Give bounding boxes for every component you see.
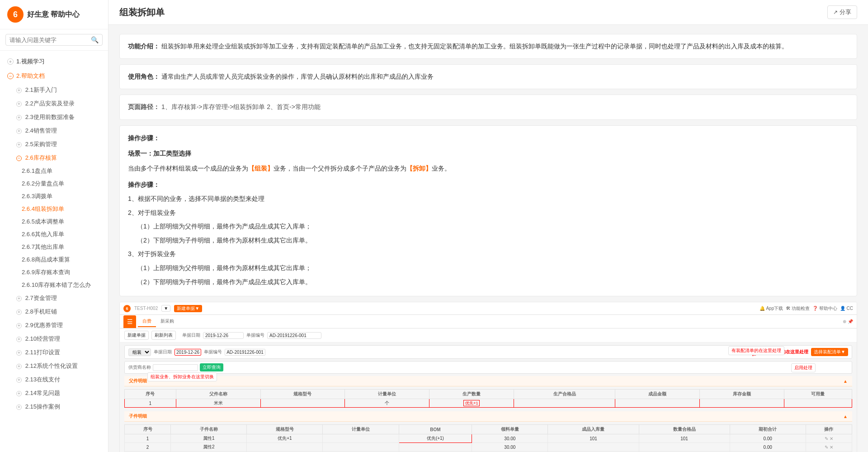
mock-parent-table: 序号 父件名称 规格型号 计量单位 生产数量 生产合格品 成品金额 库存金额 可… — [124, 389, 852, 408]
col-spec: 规格型号 — [260, 390, 345, 399]
sidebar-item-data-prep[interactable]: + 2.3使用前数据准备 — [16, 110, 108, 124]
mock-tab-purchase[interactable]: 新采购 — [156, 316, 179, 327]
mock-no-box[interactable]: AD-20191226-001 — [225, 349, 265, 356]
mock-btn-new[interactable]: 新建单据 — [124, 331, 149, 340]
share-button[interactable]: ↗ 分享 — [827, 5, 857, 19]
mock-no-field[interactable]: AD-20191226-001 — [267, 332, 321, 339]
scenario1-title: 场景一：加工类型选择 — [128, 147, 849, 160]
main-area: 组装拆卸单 ↗ 分享 功能介绍： 组装拆卸单用来处理企业组装或拆卸等加工业务，支… — [108, 0, 868, 452]
plus-icon-214: + — [16, 391, 22, 396]
mock-child-table: 序号 子件名称 规格型号 计量单位 BOM 领料单量 成品入库量 数量合格品 期… — [124, 424, 852, 452]
mock-menu-icon[interactable]: ☰ — [123, 315, 136, 328]
plus-icon-213: + — [16, 377, 22, 383]
sidebar-item-cost-recalc[interactable]: 2.6.8商品成本重算 — [22, 253, 108, 266]
nav-list: + 1.视频学习 − 2.帮助文档 + 2.1新手入门 + 2.2产品安装及登录 — [0, 51, 108, 452]
plus-icon-24: + — [16, 128, 22, 134]
sidebar-item-transfer[interactable]: 2.6.3调拨单 — [22, 190, 108, 203]
path-block: 页面路径： 1、库存核算->库存管理->组装拆卸单 2、首页->常用功能 — [119, 95, 857, 119]
step2: 2、对于组装业务 — [128, 207, 849, 219]
plus-icon-210: + — [16, 337, 22, 342]
mock-date-box[interactable]: 2019-12-26 — [175, 349, 201, 356]
content-area: 功能介绍： 组装拆卸单用来处理企业组装或拆卸等加工业务，支持有固定装配清单的产品… — [108, 25, 868, 452]
intro-text: 组装拆卸单用来处理企业组装或拆卸等加工业务，支持有固定装配清单的产品加工业务，也… — [161, 43, 788, 50]
role-block: 使用角色： 通常由生产人员或库管人员完成拆装业务的操作，库管人员确认原材料的出库… — [119, 64, 857, 89]
sidebar-item-install[interactable]: + 2.2产品安装及登录 — [16, 97, 108, 110]
screenshot-container: 6 TEST-H002 ▼ 新建单据▼ 🔔 App下载 🛠 功能检查 ❓ 帮助中… — [119, 302, 857, 452]
mock-new-btn[interactable]: 新建单据▼ — [174, 305, 202, 312]
sidebar-item-coupon[interactable]: + 2.9优惠券管理 — [16, 319, 108, 332]
nav-group-1: + 1.视频学习 — [0, 54, 108, 69]
mock-section-child: 子件明细 ▲ — [124, 411, 852, 422]
row-action[interactable]: ✎ ✕ — [806, 434, 852, 443]
share-icon: ↗ — [833, 9, 838, 15]
sidebar-item-inventory-error[interactable]: 2.6.10库存账本错了怎么办 — [22, 279, 108, 291]
mock-date-field[interactable]: 2019-12-26 — [203, 332, 244, 339]
mock-date-label2: 单据日期 — [154, 349, 172, 355]
mock-confirm-btn[interactable]: 立即查询 — [200, 363, 223, 371]
mock-type-select[interactable]: 组装 拆卸 — [128, 348, 151, 356]
mock-collapse-child[interactable]: ▲ — [843, 414, 848, 419]
path-text: 1、库存核算->库存管理->组装拆卸单 2、首页->常用功能 — [161, 103, 321, 110]
search-button[interactable]: 🔍 — [91, 36, 99, 43]
sidebar-item-stocktake[interactable]: 2.6.1盘点单 — [22, 165, 108, 177]
mock-org-select[interactable]: ▼ — [161, 305, 170, 312]
sidebar-item-payment[interactable]: + 2.13在线支付 — [16, 373, 108, 386]
top-bar: 组装拆卸单 ↗ 分享 — [108, 0, 868, 25]
mock-header: 6 TEST-H002 ▼ 新建单据▼ 🔔 App下载 🛠 功能检查 ❓ 帮助中… — [120, 302, 857, 315]
sidebar-item-inventory-query[interactable]: 2.6.9库存账本查询 — [22, 266, 108, 279]
sidebar-item-other-inbound[interactable]: 2.6.6其他入库单 — [22, 228, 108, 241]
mock-search-label: 供货商名称 — [128, 364, 151, 371]
sidebar-item-custom[interactable]: + 2.12系统个性化设置 — [16, 359, 108, 373]
role-text: 通常由生产人员或库管人员完成拆装业务的操作，库管人员确认原材料的出库和产成品的入… — [161, 73, 434, 80]
sidebar-item-mobile[interactable]: + 2.8手机旺铺 — [16, 305, 108, 319]
mock-toolbar-icons: 新建单据▼ — [174, 305, 202, 312]
search-box[interactable]: 🔍 — [5, 34, 103, 46]
sidebar-item-cases[interactable]: + 2.15操作案例 — [16, 400, 108, 414]
annotation-arrow-bom: ← — [751, 352, 757, 359]
col-parent-name: 父件名称 — [176, 390, 260, 399]
mock-btn-refresh[interactable]: 刷新列表 — [151, 331, 176, 340]
path-label: 页面路径： — [128, 103, 160, 110]
plus-icon-22: + — [16, 101, 22, 107]
page-title: 组装拆卸单 — [119, 6, 165, 19]
plus-icon-212: + — [16, 364, 22, 369]
plus-icon: + — [7, 58, 14, 65]
sidebar-item-inventory[interactable]: − 2.6库存核算 — [16, 151, 108, 165]
row-action[interactable]: ✎ ✕ — [806, 443, 852, 452]
sidebar-item-finance[interactable]: + 2.7资金管理 — [16, 291, 108, 305]
table-row: 1 米米 个 优先+1 — [125, 399, 852, 408]
col-qualified: 生产合格品 — [514, 390, 615, 399]
mock-child-table-container: 序号 子件名称 规格型号 计量单位 BOM 领料单量 成品入库量 数量合格品 期… — [124, 423, 852, 452]
sidebar-item-partial-stocktake[interactable]: 2.6.2分量盘点单 — [22, 177, 108, 190]
mock-parent-label: 父件明细 — [129, 378, 147, 384]
sidebar-item-video-learning[interactable]: + 1.视频学习 — [0, 54, 108, 69]
mock-screen: 6 TEST-H002 ▼ 新建单据▼ 🔔 App下载 🛠 功能检查 ❓ 帮助中… — [120, 302, 857, 452]
col-available: 可用量 — [784, 390, 852, 399]
sidebar-item-cost-adjust[interactable]: 2.6.5成本调整单 — [22, 215, 108, 228]
mock-tab-own[interactable]: 自费 — [138, 316, 156, 327]
logo-icon: 6 — [7, 6, 24, 23]
sidebar-item-newbie[interactable]: + 2.1新手入门 — [16, 83, 108, 97]
mock-select-bom-btn[interactable]: 选择装配清单▼ — [811, 348, 848, 356]
sidebar-item-sales[interactable]: + 2.4销售管理 — [16, 124, 108, 138]
annotation-switch: 组装业务、拆卸业务在这里切换 — [147, 372, 217, 381]
sidebar-item-faq[interactable]: + 2.14常见问题 — [16, 386, 108, 400]
sidebar-item-assembly[interactable]: 2.6.4组装拆卸单 — [22, 203, 108, 215]
mock-tab-icons: ⊕ 📌 — [843, 319, 853, 324]
step2-2: （2）下部明细为子件明细，最终作为原材料生成其它出库单。 — [128, 234, 849, 247]
sidebar-item-other-outbound[interactable]: 2.6.7其他出库单 — [22, 241, 108, 253]
step2-1: （1）上部明细为父件明细，最终作为产成品生成其它入库单； — [128, 220, 849, 233]
mock-child-label: 子件明细 — [129, 413, 147, 419]
sidebar-item-help-docs[interactable]: − 2.帮助文档 — [0, 69, 108, 83]
nav-sub-sub-inventory: 2.6.1盘点单 2.6.2分量盘点单 2.6.3调拨单 2.6.4组装拆卸单 … — [16, 165, 108, 291]
plus-icon-21: + — [16, 88, 22, 93]
sidebar-item-print[interactable]: + 2.11打印设置 — [16, 346, 108, 359]
search-input[interactable] — [9, 37, 91, 43]
sidebar-item-purchase[interactable]: + 2.5采购管理 — [16, 138, 108, 151]
search-area: 🔍 — [0, 29, 108, 51]
mock-collapse-parent[interactable]: ▲ — [843, 379, 848, 384]
mock-form-fields: 单据日期 2019-12-26 单据编号 AD-20191226-001 — [182, 332, 321, 339]
sidebar: 6 好生意 帮助中心 🔍 + 1.视频学习 − 2.帮助文档 + 2 — [0, 0, 108, 452]
mock-search-field[interactable] — [153, 364, 198, 371]
sidebar-item-business[interactable]: + 2.10经营管理 — [16, 332, 108, 346]
